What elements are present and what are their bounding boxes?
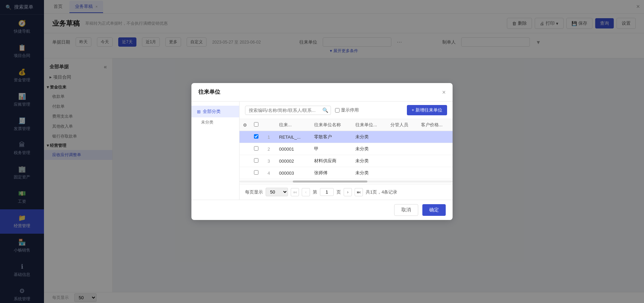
add-contact-button[interactable]: + 新增往来单位 — [407, 105, 447, 115]
row-code-4: 000003 — [276, 167, 311, 179]
show-disabled-checkbox[interactable]: 显示停用 — [335, 107, 359, 113]
table-row[interactable]: 2 000001 甲 未分类 — [240, 143, 453, 155]
row-price-4 — [418, 167, 453, 179]
table-header-row: ⚙ 往来... 往来单位名称 往来单位... 分管人员 客户价格... — [240, 119, 453, 131]
current-page-input[interactable] — [320, 188, 334, 196]
page-label: 页 — [336, 189, 341, 195]
show-disabled-label: 显示停用 — [341, 107, 359, 113]
modal-sidebar-sub-label: 未分类 — [201, 120, 213, 125]
modal-footer: 取消 确定 — [191, 200, 453, 220]
per-page-label: 每页显示 — [245, 189, 263, 195]
search-icon[interactable]: 🔍 — [322, 107, 328, 113]
col-price-header: 客户价格... — [418, 119, 453, 131]
total-info: 共1页，4条记录 — [366, 189, 397, 195]
table-row[interactable]: 1 RETAIL_... 零散客户 未分类 — [240, 131, 453, 143]
row-setting — [240, 155, 251, 167]
col-name-header: 往来单位名称 — [311, 119, 352, 131]
row-category-1: 未分类 — [352, 131, 387, 143]
next-page-button[interactable]: › — [344, 188, 352, 196]
modal-sidebar-all-label: 全部分类 — [203, 108, 221, 115]
grid-icon: ⊞ — [197, 109, 201, 114]
modal-toolbar: 🔍 显示停用 + 新增往来单位 — [240, 102, 453, 119]
row-manager-1 — [387, 131, 418, 143]
prev-page-button[interactable]: ‹ — [302, 188, 310, 196]
row-code-2: 000001 — [276, 143, 311, 155]
modal-pagination: 每页显示 50 ⏮ ‹ 第 页 › ⏭ 共1页，4条记录 — [240, 184, 453, 200]
row-num-4: 4 — [262, 167, 276, 179]
col-check-all[interactable] — [251, 119, 262, 131]
row-category-3: 未分类 — [352, 155, 387, 167]
row-manager-2 — [387, 143, 418, 155]
col-manager-header: 分管人员 — [387, 119, 418, 131]
table-row[interactable]: 3 000002 材料供应商 未分类 — [240, 155, 453, 167]
first-page-button[interactable]: ⏮ — [291, 188, 299, 196]
h-scrollbar-thumb — [293, 180, 367, 183]
row-check-3[interactable] — [251, 155, 262, 167]
row-manager-3 — [387, 155, 418, 167]
col-num — [262, 119, 276, 131]
contact-search-input[interactable] — [245, 106, 331, 115]
row-setting — [240, 167, 251, 179]
modal-header: 往来单位 × — [191, 83, 453, 102]
row-manager-4 — [387, 167, 418, 179]
row-check-4[interactable] — [251, 167, 262, 179]
modal-overlay: 往来单位 × ⊞ 全部分类 未分类 🔍 — [0, 0, 644, 303]
col-code-header: 往来... — [276, 119, 311, 131]
data-table: ⚙ 往来... 往来单位名称 往来单位... 分管人员 客户价格... — [240, 119, 453, 184]
row-name-2: 甲 — [311, 143, 352, 155]
modal-close-button[interactable]: × — [442, 89, 446, 95]
row-category-2: 未分类 — [352, 143, 387, 155]
per-page-select[interactable]: 50 — [266, 188, 288, 196]
row-setting — [240, 143, 251, 155]
last-page-button[interactable]: ⏭ — [355, 188, 363, 196]
modal-body: ⊞ 全部分类 未分类 🔍 显示停用 — [191, 102, 453, 200]
search-wrap: 🔍 — [245, 106, 331, 115]
row-code-3: 000002 — [276, 155, 311, 167]
table-row[interactable]: 4 000003 张师傅 未分类 — [240, 167, 453, 179]
row-price-1 — [418, 131, 453, 143]
modal-main-content: 🔍 显示停用 + 新增往来单位 ⚙ — [240, 102, 453, 200]
row-name-1: 零散客户 — [311, 131, 352, 143]
row-num-3: 3 — [262, 155, 276, 167]
row-category-4: 未分类 — [352, 167, 387, 179]
col-category-header: 往来单位... — [352, 119, 387, 131]
check-all[interactable] — [254, 122, 258, 127]
page-label-pre: 第 — [313, 189, 317, 195]
modal-sidebar-uncategorized[interactable]: 未分类 — [191, 117, 239, 127]
row-name-3: 材料供应商 — [311, 155, 352, 167]
row-check-2[interactable] — [251, 143, 262, 155]
col-settings[interactable]: ⚙ — [240, 119, 251, 131]
h-scrollbar[interactable] — [240, 180, 453, 183]
cancel-button[interactable]: 取消 — [394, 204, 418, 216]
row-num-1: 1 — [262, 131, 276, 143]
row-price-3 — [418, 155, 453, 167]
contact-modal: 往来单位 × ⊞ 全部分类 未分类 🔍 — [191, 83, 453, 220]
row-setting — [240, 131, 251, 143]
row-name-4: 张师傅 — [311, 167, 352, 179]
row-num-2: 2 — [262, 143, 276, 155]
modal-sidebar-all-category[interactable]: ⊞ 全部分类 — [191, 106, 239, 117]
show-disabled-check[interactable] — [335, 108, 340, 113]
modal-sidebar: ⊞ 全部分类 未分类 — [191, 102, 240, 200]
confirm-button[interactable]: 确定 — [422, 204, 446, 216]
add-contact-label: + 新增往来单位 — [412, 107, 442, 113]
row-code-1: RETAIL_... — [276, 131, 311, 143]
row-price-2 — [418, 143, 453, 155]
row-check-1[interactable] — [251, 131, 262, 143]
modal-title: 往来单位 — [198, 89, 220, 96]
